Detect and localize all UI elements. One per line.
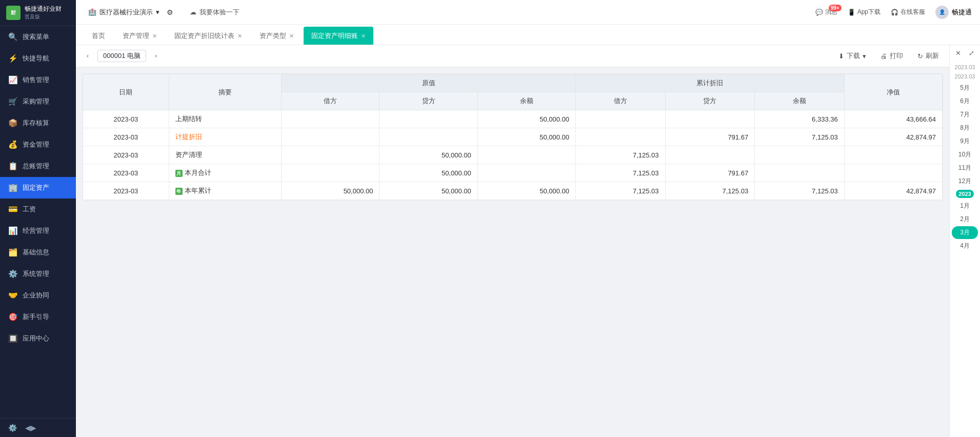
- td-dep-balance: 7,125.03: [755, 128, 845, 146]
- topbar: 🏥 医疗器械行业演示 ▾ ⚙ ☁ 我要体验一下 💬 消息 99+ 📱 App下载…: [76, 0, 980, 25]
- td-dep-credit: [665, 110, 755, 128]
- sidebar-item-search[interactable]: 🔍 搜索菜单: [0, 26, 76, 48]
- sidebar-item-quick-nav[interactable]: ⚡ 快捷导航: [0, 48, 76, 69]
- td-dep-debit: 7,125.03: [576, 182, 666, 200]
- sidebar-item-guide[interactable]: 🎯 新手引导: [0, 306, 76, 328]
- fixed-assets-icon: 🏢: [8, 183, 17, 192]
- tab-asset-management[interactable]: 资产管理 ✕: [115, 27, 165, 45]
- prev-asset-btn[interactable]: ‹: [82, 50, 93, 62]
- detail-ledger-table: 日期 摘要 原值 累计折旧 净值 借方 贷方 余额 借方: [83, 74, 943, 200]
- app-download-btn[interactable]: 📱 App下载: [848, 8, 881, 16]
- td-dep-balance: [755, 164, 845, 182]
- td-net-value: 43,666.64: [844, 110, 942, 128]
- print-btn[interactable]: 🖨 打印: [876, 49, 907, 63]
- td-orig-debit: [282, 128, 379, 146]
- sales-icon: 📈: [8, 75, 17, 85]
- timeline-month-item[interactable]: 4月: [952, 240, 978, 252]
- tab-depreciation-stats[interactable]: 固定资产折旧统计表 ✕: [167, 27, 250, 45]
- timeline-month-item[interactable]: 8月: [952, 122, 978, 134]
- print-label: 打印: [890, 51, 903, 61]
- timeline-month-item[interactable]: 10月: [952, 148, 978, 161]
- sidebar: 财 畅捷通好业财 普及版 🔍 搜索菜单 ⚡ 快捷导航 📈 销售管理 🛒 采购管理…: [0, 0, 76, 437]
- collapse-icon[interactable]: ◀▶: [25, 424, 36, 432]
- td-date: 2023-03: [83, 182, 169, 200]
- message-badge: 99+: [829, 5, 842, 11]
- tab-close-btn[interactable]: ✕: [289, 33, 294, 39]
- td-net-value: [844, 146, 942, 164]
- next-asset-btn[interactable]: ›: [150, 50, 162, 62]
- sidebar-item-collaboration[interactable]: 🤝 企业协同: [0, 285, 76, 306]
- timeline-close-btn[interactable]: ✕: [953, 47, 964, 58]
- tab-home[interactable]: 首页: [84, 27, 113, 45]
- timeline-month-item[interactable]: 9月: [952, 135, 978, 148]
- timeline-month-item[interactable]: 6月: [952, 95, 978, 108]
- td-dep-balance: 6,333.36: [755, 110, 845, 128]
- company-dropdown-icon: ▾: [156, 8, 159, 16]
- message-icon: 💬: [815, 9, 823, 16]
- timeline-month-item[interactable]: 7月: [952, 108, 978, 121]
- online-service-btn[interactable]: 🎧 在线客服: [891, 8, 925, 16]
- avatar: 👤: [935, 6, 949, 19]
- th-date: 日期: [83, 74, 169, 110]
- timeline-month-item[interactable]: 1月: [952, 200, 978, 212]
- timeline-month-item[interactable]: 2月: [952, 213, 978, 226]
- refresh-label: 刷新: [926, 51, 939, 61]
- content-area: ‹ 000001 电脑 › ⬇ 下载 ▾ 🖨 打印 ↻: [76, 45, 949, 437]
- download-btn[interactable]: ⬇ 下载 ▾: [834, 49, 870, 63]
- guide-icon: 🎯: [8, 312, 17, 322]
- management-icon: 📊: [8, 226, 17, 235]
- sidebar-item-purchase[interactable]: 🛒 采购管理: [0, 91, 76, 112]
- timeline-expand-btn[interactable]: ⤢: [966, 47, 977, 58]
- td-orig-credit: 50,000.00: [379, 182, 477, 200]
- sidebar-item-label: 新手引导: [23, 312, 49, 322]
- tab-close-btn[interactable]: ✕: [361, 33, 366, 39]
- app-name: 畅捷通好业财: [25, 5, 62, 13]
- year-badge[interactable]: 2023: [956, 190, 973, 198]
- sidebar-item-ledger[interactable]: 📋 总账管理: [0, 155, 76, 177]
- user-profile[interactable]: 👤 畅捷通: [935, 6, 972, 19]
- tab-asset-type[interactable]: 资产类型 ✕: [252, 27, 302, 45]
- timeline-scroll[interactable]: 2023.032023.035月6月7月8月9月10月11月12月20231月2…: [950, 61, 980, 437]
- sidebar-item-system[interactable]: ⚙️ 系统管理: [0, 263, 76, 285]
- message-btn[interactable]: 💬 消息 99+: [815, 8, 837, 16]
- app-version: 普及版: [25, 13, 62, 21]
- sidebar-item-basic-info[interactable]: 🗂️ 基础信息: [0, 242, 76, 263]
- td-dep-debit: [576, 110, 666, 128]
- timeline-month-item[interactable]: 5月: [952, 82, 978, 94]
- sidebar-item-payroll[interactable]: 💳 工资: [0, 198, 76, 220]
- sidebar-item-management[interactable]: 📊 经营管理: [0, 220, 76, 242]
- td-dep-debit: [576, 128, 666, 146]
- print-icon: 🖨: [881, 52, 887, 60]
- service-icon: 🎧: [891, 9, 898, 16]
- timeline-month-item[interactable]: 3月: [952, 226, 978, 239]
- timeline-controls: ✕ ⤢: [950, 45, 980, 61]
- th-orig-balance: 余额: [477, 92, 575, 110]
- refresh-btn[interactable]: ↻ 刷新: [913, 49, 943, 63]
- settings-icon[interactable]: ⚙️: [8, 424, 17, 432]
- refresh-icon: ↻: [917, 52, 923, 60]
- experience-btn[interactable]: ☁ 我要体验一下: [190, 8, 239, 17]
- sidebar-item-sales[interactable]: 📈 销售管理: [0, 69, 76, 91]
- sidebar-item-label: 系统管理: [23, 269, 49, 279]
- th-dep-balance: 余额: [755, 92, 845, 110]
- sidebar-item-finance[interactable]: 💰 资金管理: [0, 134, 76, 155]
- sidebar-item-inventory[interactable]: 📦 库存核算: [0, 112, 76, 134]
- table-wrap: 日期 摘要 原值 累计折旧 净值 借方 贷方 余额 借方: [82, 73, 943, 201]
- td-net-value: 42,874.97: [844, 128, 942, 146]
- company-selector[interactable]: 🏥 医疗器械行业演示 ▾ ⚙: [84, 6, 177, 19]
- td-summary: 年本年累计: [169, 182, 281, 200]
- settings-gear-icon[interactable]: ⚙: [167, 8, 173, 16]
- tab-asset-detail-ledger[interactable]: 固定资产明细账 ✕: [304, 27, 373, 45]
- timeline-month-item[interactable]: 12月: [952, 175, 978, 188]
- sidebar-item-fixed-assets[interactable]: 🏢 固定资产: [0, 177, 76, 198]
- th-accumulated-dep-group: 累计折旧: [576, 74, 845, 92]
- th-net-value: 净值: [844, 74, 942, 110]
- sidebar-item-app-center[interactable]: 🔲 应用中心: [0, 328, 76, 349]
- timeline-month-item[interactable]: 11月: [952, 162, 978, 174]
- td-dep-debit: 7,125.03: [576, 146, 666, 164]
- tab-close-btn[interactable]: ✕: [152, 33, 157, 39]
- tab-close-btn[interactable]: ✕: [237, 33, 242, 39]
- td-orig-credit: [379, 128, 477, 146]
- content-inner: 日期 摘要 原值 累计折旧 净值 借方 贷方 余额 借方: [76, 67, 949, 437]
- th-dep-credit: 贷方: [665, 92, 755, 110]
